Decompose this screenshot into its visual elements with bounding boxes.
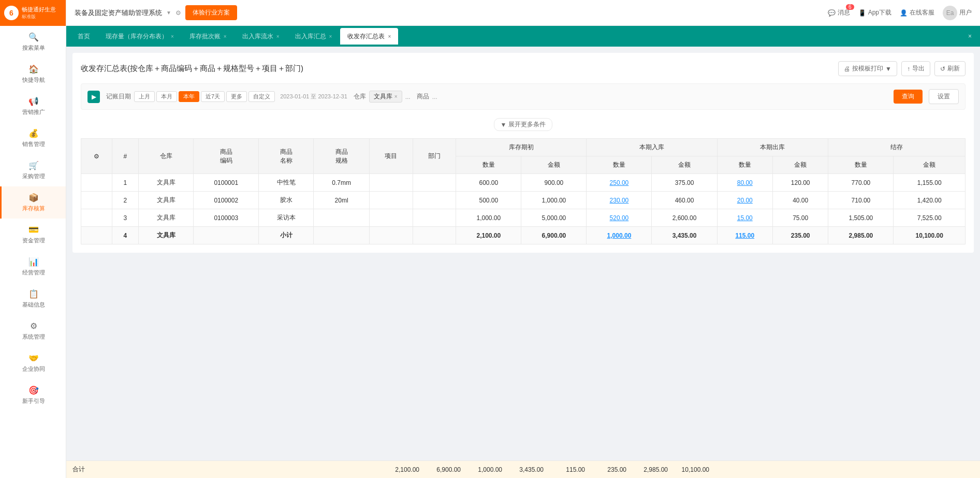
sub-open-qty: 2,100.00 — [456, 227, 521, 244]
tab-label-receive-summary: 收发存汇总表 — [347, 32, 385, 41]
close-all-tabs-button[interactable]: × — [964, 33, 976, 40]
date-btn-7days[interactable]: 近7天 — [201, 91, 225, 102]
sidebar-logo: 6 畅捷通好生意 标准版 — [0, 0, 66, 26]
print-dropdown-icon: ▼ — [885, 65, 891, 73]
date-filter-group: 记账日期 上月 本月 本年 近7天 更多 自定义 2023-01-01 至 20… — [106, 91, 347, 102]
th-settings[interactable]: ⚙ — [81, 139, 112, 174]
logo-title: 畅捷通好生意 — [22, 6, 56, 13]
online-service-action[interactable]: 👤 在线客服 — [900, 8, 934, 17]
sub-warehouse: 文具库 — [139, 227, 194, 244]
tab-receive-summary[interactable]: 收发存汇总表× — [340, 28, 398, 45]
sidebar-item-system[interactable]: ⚙ 系统管理 — [0, 315, 66, 347]
expand-conditions-button[interactable]: ▼ 展开更多条件 — [494, 118, 553, 131]
warehouse-filter-group: 仓库 文具库 × ... — [354, 91, 411, 103]
cell-spec: 20ml — [314, 192, 369, 209]
refresh-button[interactable]: ↺ 刷新 — [934, 61, 966, 76]
tab-inventory-dist[interactable]: 现存量（库存分布表）× — [98, 28, 181, 45]
footer-open-qty: 2,100.00 — [383, 466, 425, 473]
sidebar-item-inventory[interactable]: 📦 库存核算 — [0, 186, 66, 219]
expand-row: ▼ 展开更多条件 — [81, 115, 966, 134]
print-button[interactable]: 🖨 按模板打印 ▼ — [838, 61, 897, 76]
warehouse-tag-remove[interactable]: × — [394, 94, 398, 99]
user-action[interactable]: Ea 用户 — [943, 6, 972, 20]
tab-inout-flow[interactable]: 出入库流水× — [235, 28, 287, 45]
cell-out-qty[interactable]: 15.00 — [717, 209, 772, 227]
tab-label-batch: 库存批次账 — [189, 32, 221, 41]
tab-close-batch[interactable]: × — [224, 34, 227, 39]
filter-settings-button[interactable]: 设置 — [929, 89, 959, 104]
cell-project — [369, 209, 413, 227]
warehouse-more[interactable]: ... — [405, 93, 411, 100]
cell-project — [369, 192, 413, 209]
cell-in-amt: 2,600.00 — [652, 209, 717, 227]
cell-in-qty[interactable]: 520.00 — [587, 209, 652, 227]
service-icon: 👤 — [900, 9, 908, 17]
try-button[interactable]: 体验行业方案 — [185, 5, 237, 20]
query-button[interactable]: 查询 — [894, 90, 923, 104]
th-out-qty: 数量 — [717, 156, 772, 174]
cell-in-qty[interactable]: 250.00 — [587, 174, 652, 192]
cell-out-qty[interactable]: 80.00 — [717, 174, 772, 192]
th-warehouse: 仓库 — [139, 139, 194, 174]
cell-out-qty[interactable]: 20.00 — [717, 192, 772, 209]
tab-close-inout-flow[interactable]: × — [276, 34, 280, 39]
filter-toggle-button[interactable]: ▶ — [87, 91, 100, 103]
tab-close-inventory-dist[interactable]: × — [171, 34, 174, 39]
sub-code — [194, 227, 259, 244]
header-right: 💬 消息 6 📱 App下载 👤 在线客服 Ea 用户 — [828, 6, 972, 20]
sales-label: 销售管理 — [22, 140, 45, 148]
cell-name: 中性笔 — [259, 174, 314, 192]
message-action[interactable]: 💬 消息 6 — [828, 8, 850, 17]
tab-batch[interactable]: 库存批次账× — [182, 28, 234, 45]
filter-right: 查询 设置 — [894, 89, 959, 104]
tab-close-inout-summary[interactable]: × — [329, 34, 332, 39]
date-btn-this-month[interactable]: 本月 — [156, 91, 177, 102]
tab-home[interactable]: 首页 — [70, 28, 97, 45]
table-row: 3 文具库 0100003 采访本 1,000.00 5,000.00 520.… — [81, 209, 966, 227]
cell-close-qty: 770.00 — [828, 174, 894, 192]
guide-label: 新手引导 — [22, 397, 45, 405]
cell-in-qty[interactable]: 230.00 — [587, 192, 652, 209]
th-closing: 结存 — [828, 139, 966, 156]
table-row: 2 文具库 0100002 胶水 20ml 500.00 1,000.00 23… — [81, 192, 966, 209]
system-dropdown[interactable]: ▼ — [166, 10, 171, 16]
goods-more[interactable]: ... — [432, 93, 437, 100]
date-btn-last-month[interactable]: 上月 — [134, 91, 155, 102]
date-btn-this-year[interactable]: 本年 — [179, 91, 199, 102]
sidebar-item-sales[interactable]: 💰 销售管理 — [0, 122, 66, 154]
sidebar-item-guide[interactable]: 🎯 新手引导 — [0, 379, 66, 411]
export-button[interactable]: ↑ 导出 — [901, 61, 930, 76]
sub-in-qty[interactable]: 1,000.00 — [587, 227, 652, 244]
filter-toggle-icon: ▶ — [92, 93, 96, 100]
sidebar-item-search[interactable]: 🔍 搜索菜单 — [0, 26, 66, 58]
finance-icon: 💳 — [28, 225, 39, 235]
warehouse-tag-text: 文具库 — [374, 92, 392, 101]
sidebar-item-marketing[interactable]: 📢 营销推广 — [0, 90, 66, 122]
date-btn-more[interactable]: 更多 — [226, 91, 247, 102]
sidebar-item-enterprise[interactable]: 🤝 企业协同 — [0, 347, 66, 379]
sidebar-item-purchase[interactable]: 🛒 采购管理 — [0, 154, 66, 186]
th-spec: 商品规格 — [314, 139, 369, 174]
date-range: 2023-01-01 至 2023-12-31 — [280, 93, 347, 100]
tab-inout-summary[interactable]: 出入库汇总× — [288, 28, 340, 45]
export-label: 导出 — [912, 64, 925, 73]
sidebar-item-quick-nav[interactable]: 🏠 快捷导航 — [0, 58, 66, 90]
sidebar-item-operations[interactable]: 📊 经营管理 — [0, 251, 66, 283]
warehouse-tag[interactable]: 文具库 × — [369, 91, 402, 103]
sidebar-item-finance[interactable]: 💳 资金管理 — [0, 219, 66, 251]
cell-close-qty: 710.00 — [828, 192, 894, 209]
sub-out-qty[interactable]: 115.00 — [717, 227, 772, 244]
tab-close-receive-summary[interactable]: × — [388, 34, 391, 39]
app-download-label: App下载 — [868, 8, 891, 17]
cell-no: 2 — [112, 192, 139, 209]
th-out-amt: 金额 — [772, 156, 828, 174]
footer-out-qty: 115.00 — [549, 466, 590, 473]
cell-spec: 0.7mm — [314, 174, 369, 192]
settings-icon[interactable]: ⚙ — [175, 9, 181, 17]
sidebar-item-basic-info[interactable]: 📋 基础信息 — [0, 283, 66, 315]
sidebar-menu: 🔍 搜索菜单 🏠 快捷导航 📢 营销推广 💰 销售管理 🛒 采购管理 📦 库存核… — [0, 26, 66, 478]
app-download-action[interactable]: 📱 App下载 — [858, 8, 891, 17]
th-code: 商品编码 — [194, 139, 259, 174]
message-badge: 6 — [846, 4, 854, 10]
date-btn-custom[interactable]: 自定义 — [248, 91, 275, 102]
